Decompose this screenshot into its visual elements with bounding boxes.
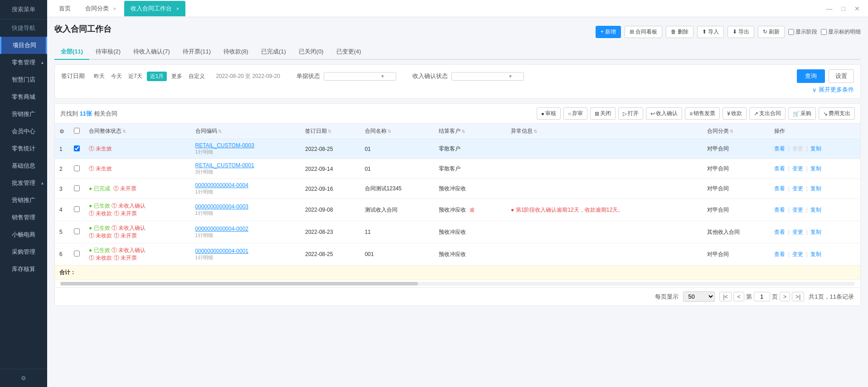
sidebar-item-smart-store[interactable]: 智慧门店 [0, 71, 47, 88]
action-income-confirm[interactable]: ↩ 收入确认 [646, 107, 682, 120]
row2-checkbox[interactable] [69, 159, 84, 179]
row4-change-btn[interactable]: 变更 [792, 207, 803, 213]
sort-status[interactable]: ⇅ [122, 129, 126, 134]
date-7days[interactable]: 近7天 [126, 72, 144, 81]
date-1month[interactable]: 近1月 [147, 72, 167, 81]
filter-tab-completed[interactable]: 已完成(1) [255, 44, 292, 60]
row5-code-link[interactable]: 0000000000004-0002 [195, 226, 248, 232]
query-button[interactable]: 查询 [797, 69, 825, 83]
row3-code-link[interactable]: 0000000000004-0004 [195, 182, 248, 189]
action-expense-out[interactable]: ↘ 费用支出 [819, 107, 855, 120]
row5-copy-btn[interactable]: 复制 [810, 229, 821, 235]
expand-more-btn[interactable]: ∨ 展开更多条件 [812, 86, 854, 94]
window-maximize-btn[interactable]: □ [839, 4, 848, 13]
row3-checkbox[interactable] [69, 179, 84, 199]
row6-change-btn[interactable]: 变更 [792, 251, 803, 257]
tab-contract-cat-close[interactable]: × [113, 6, 116, 11]
confirm-status-select[interactable]: ▼ [451, 72, 524, 81]
sort-date[interactable]: ⇅ [328, 129, 331, 134]
sidebar-item-member[interactable]: 会员中心 [0, 123, 47, 140]
export-btn[interactable]: ⬇ 导出 [727, 26, 754, 38]
show-stage-input[interactable] [788, 29, 794, 35]
row6-code-link[interactable]: 0000000000004-0001 [195, 248, 248, 254]
row2-view-btn[interactable]: 查看 [774, 165, 785, 172]
action-payment[interactable]: ¥ 收款 [723, 107, 747, 120]
filter-tab-pending-confirm[interactable]: 待收入确认(7) [127, 44, 176, 60]
refresh-btn[interactable]: ↻ 刷新 [758, 26, 785, 38]
new-btn[interactable]: + 新增 [596, 26, 621, 38]
sidebar-item-inventory[interactable]: 库存核算 [0, 261, 47, 278]
tab-home[interactable]: 首页 [53, 1, 77, 16]
action-close[interactable]: ⊠ 关闭 [590, 107, 616, 120]
sidebar-item-base-info[interactable]: 基础信息 [0, 157, 47, 174]
settings-icon[interactable]: ⚙ [59, 128, 64, 135]
row3-copy-btn[interactable]: 复制 [810, 185, 821, 192]
date-yesterday[interactable]: 昨天 [92, 72, 107, 81]
set-button[interactable]: 设置 [829, 69, 854, 83]
action-review[interactable]: ● 审核 [537, 107, 561, 120]
sort-customer[interactable]: ⇅ [461, 129, 465, 134]
row4-copy-btn[interactable]: 复制 [810, 207, 821, 213]
date-more[interactable]: 更多 [170, 72, 184, 81]
row4-checkbox[interactable] [69, 199, 84, 221]
sidebar-item-sales[interactable]: 销售管理 [0, 209, 47, 226]
action-abandon[interactable]: ○ 弃审 [563, 107, 587, 120]
sidebar-item-project-contract[interactable]: 项目合同 [0, 37, 47, 54]
sidebar-search[interactable]: 搜索菜单 [0, 0, 47, 19]
import-btn[interactable]: ⬆ 导入 [697, 26, 724, 38]
row4-view-btn[interactable]: 查看 [774, 207, 785, 213]
filter-tab-pending-payment[interactable]: 待收款(8) [217, 44, 255, 60]
show-stage-checkbox[interactable]: 显示阶段 [788, 28, 817, 36]
sort-abnormal[interactable]: ⇅ [533, 129, 537, 134]
sidebar-quick-nav[interactable]: 快捷导航 [0, 19, 47, 37]
filter-tab-all[interactable]: 全部(11) [54, 44, 89, 60]
filter-tab-changed[interactable]: 已变更(4) [330, 44, 368, 60]
page-prev-btn[interactable]: < [733, 292, 744, 301]
row2-code-link[interactable]: RETAIL_CUSTOM-0001 [195, 162, 254, 169]
page-last-btn[interactable]: >| [792, 292, 804, 301]
kanban-btn[interactable]: ⊞ 合同看板 [625, 26, 662, 38]
scrollbar-thumb[interactable] [60, 282, 418, 285]
tab-income-close[interactable]: × [176, 6, 179, 11]
row2-copy-btn[interactable]: 复制 [810, 165, 821, 172]
delete-btn[interactable]: 🗑 删除 [666, 26, 693, 38]
row2-change-btn[interactable]: 变更 [792, 165, 803, 172]
sidebar-item-ecommerce[interactable]: 小畅电商 [0, 226, 47, 243]
sidebar-item-purchase[interactable]: 采购管理 [0, 243, 47, 261]
row5-checkbox[interactable] [69, 221, 84, 243]
doc-status-select[interactable]: ▼ [324, 72, 396, 81]
row6-checkbox[interactable] [69, 243, 84, 266]
filter-tab-pending-review[interactable]: 待审核(2) [89, 44, 127, 60]
row1-code-link[interactable]: RETAIL_CUSTOM-0003 [195, 142, 254, 149]
row1-copy-btn[interactable]: 复制 [810, 145, 821, 152]
action-invoice[interactable]: ≡ 销售发票 [685, 107, 720, 120]
sidebar-item-marketing[interactable]: 营销推广 [0, 106, 47, 123]
row6-view-btn[interactable]: 查看 [774, 251, 785, 257]
date-custom[interactable]: 自定义 [187, 72, 207, 81]
row3-change-btn[interactable]: 变更 [792, 185, 803, 192]
action-purchase[interactable]: 🛒 采购 [788, 107, 816, 120]
select-all-checkbox[interactable] [74, 128, 80, 134]
sidebar-item-retail-mgmt[interactable]: 零售管理 [0, 54, 47, 71]
row1-change-btn[interactable]: 变更 [792, 145, 803, 152]
tab-contract-category[interactable]: 合同分类 × [79, 1, 122, 16]
sidebar-settings[interactable]: ⚙ [0, 369, 47, 387]
sort-code[interactable]: ⇅ [218, 129, 222, 134]
row5-change-btn[interactable]: 变更 [792, 229, 803, 235]
row3-view-btn[interactable]: 查看 [774, 185, 785, 192]
action-open[interactable]: ▷ 打开 [618, 107, 643, 120]
show-detail-input[interactable] [821, 29, 827, 35]
page-first-btn[interactable]: |< [719, 292, 732, 301]
sort-name[interactable]: ⇅ [388, 129, 391, 134]
row6-copy-btn[interactable]: 复制 [810, 251, 821, 257]
row1-view-btn[interactable]: 查看 [774, 145, 785, 152]
row4-code-link[interactable]: 0000000000004-0003 [195, 203, 248, 210]
sidebar-item-retail-mall[interactable]: 零售商城 [0, 88, 47, 106]
action-expense-contract[interactable]: ↗ 支出合同 [749, 107, 786, 120]
date-today[interactable]: 今天 [109, 72, 124, 81]
sidebar-item-retail-stat[interactable]: 零售统计 [0, 140, 47, 157]
window-close-btn[interactable]: ✕ [852, 4, 863, 13]
filter-tab-closed[interactable]: 已关闭(0) [292, 44, 330, 60]
page-number-input[interactable] [754, 292, 770, 301]
sort-category[interactable]: ⇅ [730, 129, 733, 134]
